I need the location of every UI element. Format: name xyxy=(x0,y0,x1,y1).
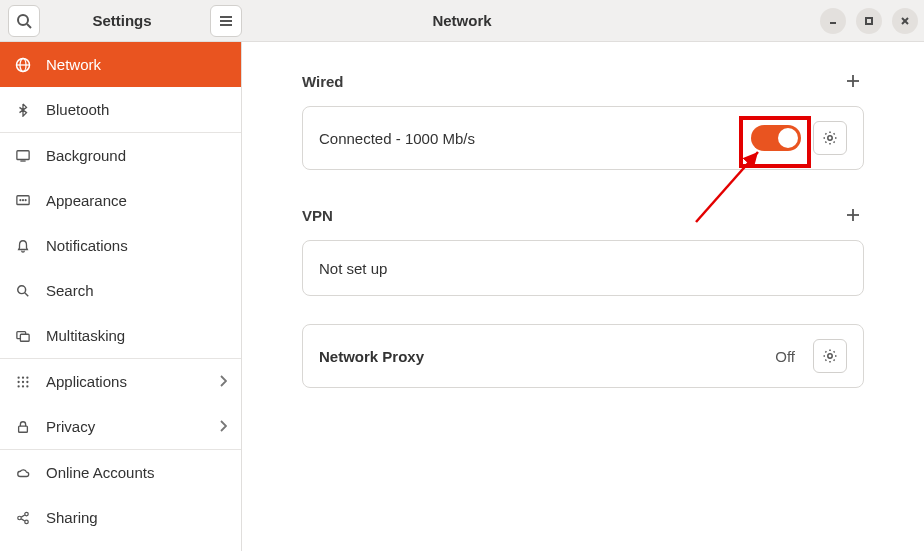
svg-point-16 xyxy=(22,199,24,201)
plus-icon xyxy=(846,208,860,222)
sidebar-item-label: Multitasking xyxy=(46,327,125,344)
svg-point-42 xyxy=(828,354,832,358)
sidebar-item-label: Network xyxy=(46,56,101,73)
svg-point-15 xyxy=(19,199,21,201)
sidebar-item-privacy[interactable]: Privacy xyxy=(0,404,241,449)
sidebar-item-label: Bluetooth xyxy=(46,101,109,118)
chevron-right-icon xyxy=(219,373,227,390)
close-button[interactable] xyxy=(892,8,918,34)
wired-toggle[interactable] xyxy=(751,125,801,151)
add-vpn-button[interactable] xyxy=(842,204,864,226)
sidebar-item-label: Background xyxy=(46,147,126,164)
svg-point-0 xyxy=(18,15,28,25)
svg-point-28 xyxy=(17,385,19,387)
svg-line-36 xyxy=(21,518,25,520)
svg-point-24 xyxy=(26,376,28,378)
minimize-button[interactable] xyxy=(820,8,846,34)
grid-icon xyxy=(14,373,32,391)
sidebar-item-label: Notifications xyxy=(46,237,128,254)
sidebar-item-applications[interactable]: Applications xyxy=(0,359,241,404)
vpn-status: Not set up xyxy=(319,260,847,277)
svg-point-17 xyxy=(25,199,27,201)
sidebar-item-multitasking[interactable]: Multitasking xyxy=(0,313,241,358)
sidebar-item-label: Privacy xyxy=(46,418,95,435)
svg-point-23 xyxy=(22,376,24,378)
sidebar-title: Settings xyxy=(42,12,202,29)
page-title: Network xyxy=(432,12,491,29)
svg-line-19 xyxy=(25,292,29,296)
maximize-icon xyxy=(864,16,874,26)
sidebar-item-search[interactable]: Search xyxy=(0,268,241,313)
search-icon xyxy=(16,13,32,29)
close-icon xyxy=(900,16,910,26)
section-title-vpn: VPN xyxy=(302,207,333,224)
search-button[interactable] xyxy=(8,5,40,37)
hamburger-button[interactable] xyxy=(210,5,242,37)
content-area: Wired Connected - 1000 Mb/s VPN xyxy=(242,42,924,551)
hamburger-icon xyxy=(219,14,233,28)
sidebar-item-sharing[interactable]: Sharing xyxy=(0,495,241,540)
proxy-title: Network Proxy xyxy=(319,348,763,365)
sidebar-item-appearance[interactable]: Appearance xyxy=(0,178,241,223)
svg-point-27 xyxy=(26,380,28,382)
svg-point-32 xyxy=(25,512,29,516)
globe-icon xyxy=(14,56,32,74)
svg-rect-13 xyxy=(20,160,25,161)
sidebar-item-online-accounts[interactable]: Online Accounts xyxy=(0,450,241,495)
vpn-card: Not set up xyxy=(302,240,864,296)
svg-rect-31 xyxy=(19,426,28,432)
appearance-icon xyxy=(14,192,32,210)
lock-icon xyxy=(14,418,32,436)
multitasking-icon xyxy=(14,327,32,345)
sidebar-item-network[interactable]: Network xyxy=(0,42,241,87)
chevron-right-icon xyxy=(219,418,227,435)
plus-icon xyxy=(846,74,860,88)
sidebar-item-label: Appearance xyxy=(46,192,127,209)
sidebar-item-notifications[interactable]: Notifications xyxy=(0,223,241,268)
svg-rect-6 xyxy=(866,18,872,24)
svg-point-22 xyxy=(17,376,19,378)
svg-rect-21 xyxy=(20,334,29,341)
sidebar-item-label: Sharing xyxy=(46,509,98,526)
minimize-icon xyxy=(828,16,838,26)
gear-icon xyxy=(822,130,838,146)
svg-point-26 xyxy=(22,380,24,382)
wired-settings-button[interactable] xyxy=(813,121,847,155)
cloud-icon xyxy=(14,464,32,482)
svg-point-30 xyxy=(26,385,28,387)
maximize-button[interactable] xyxy=(856,8,882,34)
add-wired-button[interactable] xyxy=(842,70,864,92)
proxy-card[interactable]: Network Proxy Off xyxy=(302,324,864,388)
search-icon xyxy=(14,282,32,300)
svg-rect-12 xyxy=(17,150,29,159)
svg-point-34 xyxy=(25,520,29,524)
svg-point-33 xyxy=(18,516,22,520)
svg-point-29 xyxy=(22,385,24,387)
bell-icon xyxy=(14,237,32,255)
gear-icon xyxy=(822,348,838,364)
sidebar: Network Bluetooth Background Appearance … xyxy=(0,42,242,551)
svg-point-25 xyxy=(17,380,19,382)
background-icon xyxy=(14,147,32,165)
wired-card: Connected - 1000 Mb/s xyxy=(302,106,864,170)
section-title-wired: Wired xyxy=(302,73,344,90)
wired-status: Connected - 1000 Mb/s xyxy=(319,130,739,147)
sidebar-item-background[interactable]: Background xyxy=(0,133,241,178)
sidebar-item-label: Search xyxy=(46,282,94,299)
sidebar-item-label: Online Accounts xyxy=(46,464,154,481)
svg-point-18 xyxy=(18,285,26,293)
share-icon xyxy=(14,509,32,527)
svg-line-35 xyxy=(21,514,25,516)
sidebar-item-label: Applications xyxy=(46,373,127,390)
proxy-status: Off xyxy=(775,348,795,365)
proxy-settings-button[interactable] xyxy=(813,339,847,373)
svg-line-1 xyxy=(27,24,31,28)
headerbar: Settings Network xyxy=(0,0,924,42)
bluetooth-icon xyxy=(14,101,32,119)
sidebar-item-bluetooth[interactable]: Bluetooth xyxy=(0,87,241,132)
svg-point-39 xyxy=(828,136,832,140)
